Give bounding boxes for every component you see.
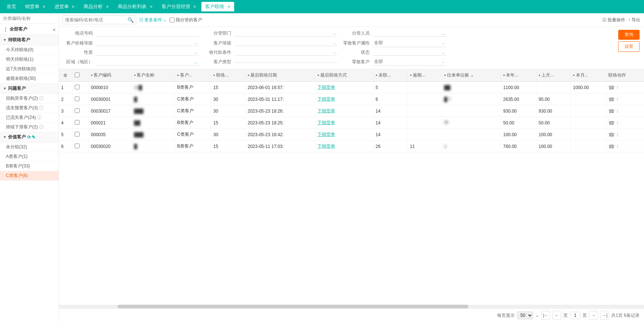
dept-select[interactable]: ⌄ <box>234 31 337 36</box>
nav-product-analysis[interactable]: 商品分析 ✕ <box>80 2 113 11</box>
nav-customer-stratified[interactable]: 客户分层经营 ✕ <box>158 2 200 11</box>
page-label: 页 <box>563 312 568 319</box>
export-button[interactable]: ↑ 导出 <box>628 17 640 23</box>
price-level-select[interactable]: ⌄ <box>96 40 199 46</box>
customer-level-label: 客户等级 <box>202 40 231 46</box>
batch-label: 批量操作 <box>608 17 625 23</box>
first-page-button[interactable]: |← <box>541 311 550 320</box>
sidebar-item-c-customers[interactable]: C类客户(6) <box>0 171 59 181</box>
more-actions-icon-0[interactable]: ⁝ <box>617 85 618 91</box>
row-checkbox-0[interactable] <box>75 85 80 89</box>
close-product-analysis-icon[interactable]: ✕ <box>106 4 109 9</box>
refresh-icon[interactable]: ⟳ <box>27 135 31 140</box>
type-select[interactable] <box>234 61 337 63</box>
nav-home[interactable]: 首页 <box>3 2 20 11</box>
cell-overdue <box>408 105 442 117</box>
row-checkbox-2[interactable] <box>75 108 80 113</box>
nav-customer-contact[interactable]: 客户联络 ✕ <box>201 2 234 11</box>
nav-purchase[interactable]: 进货单 ✕ <box>51 2 79 11</box>
sidebar-item-a-customers[interactable]: A类客户(1) <box>0 152 59 162</box>
call-icon-1[interactable]: ☎ <box>608 96 615 102</box>
area-select[interactable]: ... <box>96 59 199 66</box>
scroll-thumb[interactable] <box>117 305 468 308</box>
sidebar-search-input[interactable] <box>3 16 58 21</box>
nav-product-analysis-list[interactable]: 商品分析列表 ✕ <box>114 2 156 11</box>
group-problem-customers[interactable]: ▼ 问题客户 <box>0 84 59 94</box>
more-conditions-button[interactable]: ☷ 更多条件 ⌄ <box>139 17 167 23</box>
cell-last-contact-date: 2023-05-31 11:17: <box>245 93 315 105</box>
cell-code: 00030020 <box>88 141 131 152</box>
call-icon-4[interactable]: ☎ <box>608 132 615 138</box>
call-icon-2[interactable]: ☎ <box>608 108 615 114</box>
search-input[interactable] <box>65 17 127 22</box>
status-select[interactable]: ⌄ <box>373 50 446 56</box>
group-value-customers[interactable]: ▼ 价值客户 ⟳ ✎ <box>0 132 59 142</box>
call-icon-0[interactable]: ☎ <box>608 85 615 91</box>
close-sales-icon[interactable]: ✕ <box>42 4 46 9</box>
row-checkbox-1[interactable] <box>75 96 80 101</box>
sidebar-item-7days[interactable]: 近7天待联络(0) <box>0 64 59 74</box>
more-actions-icon-1[interactable]: ⁝ <box>617 96 618 102</box>
all-customers-header[interactable]: ⋮ 全部客户 « <box>0 24 59 35</box>
more-actions-icon-4[interactable]: ⁝ <box>617 132 618 138</box>
my-customers-checkbox[interactable] <box>170 18 175 22</box>
group-value-label: 价值客户 <box>8 134 26 140</box>
area-dots-button[interactable]: ... <box>194 59 197 64</box>
horizontal-scrollbar[interactable] <box>59 305 644 308</box>
phone-input[interactable] <box>96 30 199 37</box>
close-purchase-icon[interactable]: ✕ <box>71 4 75 9</box>
query-button[interactable]: 查询 <box>618 30 640 40</box>
sidebar-item-declining[interactable]: 持续下滑客户(2) ⓘ <box>0 123 59 132</box>
th-checkbox <box>72 69 88 82</box>
page-number-input[interactable] <box>570 312 580 319</box>
row-checkbox-5[interactable] <box>75 144 80 148</box>
more-actions-icon-2[interactable]: ⁝ <box>617 108 618 114</box>
phone-label: 电话号码 <box>63 30 93 36</box>
search-icon[interactable]: 🔍 <box>127 17 134 23</box>
sidebar-item-b-customers[interactable]: B类客户(33) <box>0 162 59 171</box>
batch-operations-button[interactable]: ☑ 批量操作 <box>602 17 625 23</box>
sidebar-item-tomorrow[interactable]: 明天待联络(1) <box>0 55 59 64</box>
call-icon-5[interactable]: ☎ <box>608 144 615 149</box>
cell-unit-amount <box>442 105 501 117</box>
collapse-icon[interactable]: « <box>53 26 56 32</box>
cell-this-year: 760.00 <box>501 141 536 152</box>
payment-select[interactable]: ⌄ <box>234 50 337 56</box>
customer-level-select[interactable]: ⌄ <box>234 40 337 46</box>
call-icon-3[interactable]: ☎ <box>608 120 615 126</box>
sidebar-item-repurchase-abnormal[interactable]: 回购异常客户(2) ⓘ <box>0 94 59 103</box>
settings-button[interactable]: 设置 <box>618 41 640 52</box>
cell-last-month: 100.00 <box>536 141 570 152</box>
sidebar-item-today[interactable]: 今天待联络(0) <box>0 45 59 55</box>
sidebar-item-overdue[interactable]: 逾期未联络(30) <box>0 74 59 84</box>
close-customer-contact-icon[interactable]: ✕ <box>227 4 230 9</box>
per-page-select[interactable]: 50 <box>517 311 533 319</box>
retail-select[interactable]: 全部 ⌄ <box>373 58 446 66</box>
nav-sales[interactable]: 销货单 ✕ <box>21 2 49 11</box>
select-all-checkbox[interactable] <box>75 72 80 77</box>
more-actions-icon-3[interactable]: ⁝ <box>617 120 618 126</box>
sort-icon: ⌄ <box>470 72 474 78</box>
info-icon-2: ⓘ <box>39 105 43 110</box>
group-pending-contact[interactable]: ▼ 待联络客户 <box>0 35 59 45</box>
next-page-button[interactable]: → <box>589 311 598 320</box>
cell-checkbox <box>72 141 88 152</box>
last-page-button[interactable]: →| <box>600 311 609 320</box>
th-settings[interactable]: ⚙ <box>59 69 72 82</box>
my-customers-checkbox-label[interactable]: 我分管的客户 <box>170 17 202 23</box>
sidebar-item-churn-warning[interactable]: 流失预警客户(3) ⓘ <box>0 103 59 113</box>
close-product-analysis-list-icon[interactable]: ✕ <box>149 4 153 9</box>
sidebar-item-churned[interactable]: 已流失客户(24) ⓘ <box>0 113 59 123</box>
cell-this-month <box>570 105 606 117</box>
edit-icon[interactable]: ✎ <box>32 135 35 140</box>
more-actions-icon-5[interactable]: ⁝ <box>617 144 618 149</box>
prev-page-button[interactable]: ← <box>552 311 561 320</box>
nature-select[interactable]: ⌄ <box>96 50 199 56</box>
close-customer-stratified-icon[interactable]: ✕ <box>193 4 196 9</box>
sidebar-item-unclassified[interactable]: 未分组(32) <box>0 142 59 152</box>
retail-attr-select[interactable]: 全部 ⌄ <box>373 39 446 47</box>
row-checkbox-3[interactable] <box>75 120 80 125</box>
manager-dots-button[interactable]: ... <box>441 31 445 36</box>
row-checkbox-4[interactable] <box>75 132 80 137</box>
manager-select[interactable]: ... <box>373 30 446 37</box>
